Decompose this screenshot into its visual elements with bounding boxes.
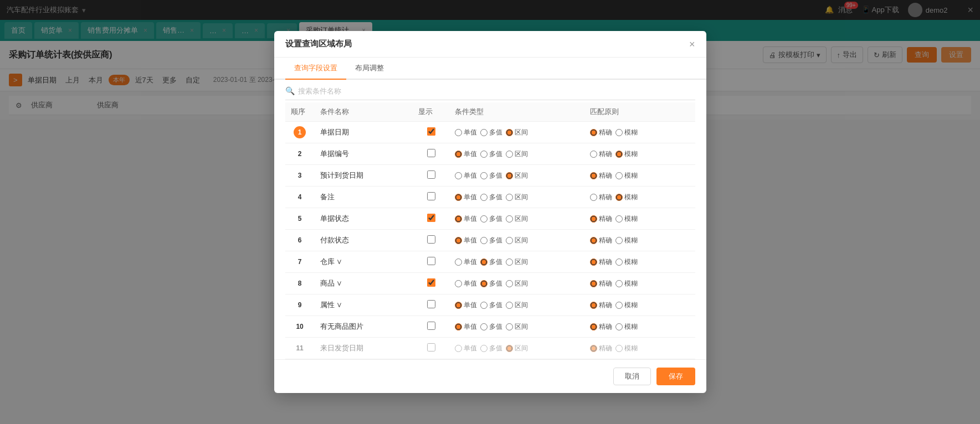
dialog-close-btn[interactable]: × — [689, 39, 695, 49]
dialog-table: 顺序 条件名称 显示 条件类型 匹配原则 1单据日期单值多值区间精确模糊2单据编… — [285, 102, 695, 120]
table-header: 顺序 条件名称 显示 条件类型 匹配原则 — [285, 102, 695, 120]
dialog-tab-layout[interactable]: 布局调整 — [346, 58, 393, 80]
search-box: 🔍 — [285, 86, 695, 100]
modal-overlay: 设置查询区域布局 × 查询字段设置 布局调整 🔍 顺序 — [0, 0, 980, 120]
dialog-header: 设置查询区域布局 × — [274, 31, 706, 58]
col-header-name: 条件名称 — [315, 102, 413, 120]
dialog-title: 设置查询区域布局 — [285, 39, 352, 49]
search-icon: 🔍 — [285, 86, 295, 95]
dialog-table-wrap: 顺序 条件名称 显示 条件类型 匹配原则 1单据日期单值多值区间精确模糊2单据编… — [274, 102, 706, 120]
col-header-order: 顺序 — [285, 102, 315, 120]
dialog-tabs: 查询字段设置 布局调整 — [274, 58, 706, 80]
dialog-settings: 设置查询区域布局 × 查询字段设置 布局调整 🔍 顺序 — [274, 31, 706, 120]
search-input[interactable] — [298, 87, 409, 95]
col-header-type: 条件类型 — [449, 102, 584, 120]
col-header-show: 显示 — [413, 102, 449, 120]
col-header-match: 匹配原则 — [584, 102, 695, 120]
dialog-search-area: 🔍 — [274, 80, 706, 102]
dialog-tab-fields[interactable]: 查询字段设置 — [285, 58, 346, 80]
